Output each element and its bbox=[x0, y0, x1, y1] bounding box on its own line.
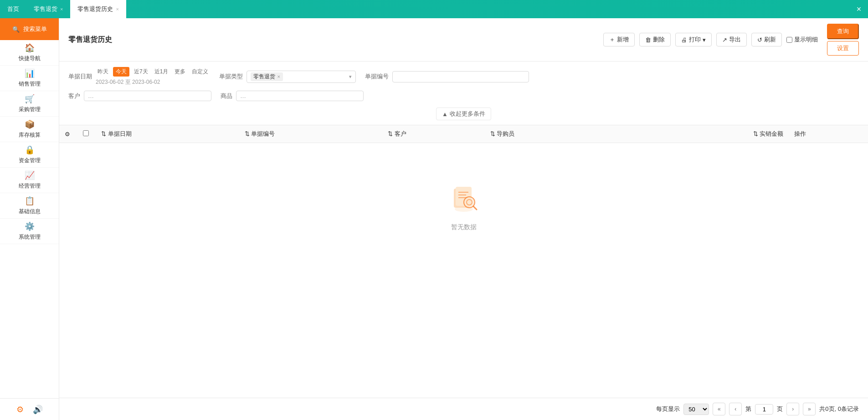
settings-bottom-icon[interactable]: ⚙ bbox=[16, 405, 24, 415]
tab-retail-return-history-close[interactable]: × bbox=[116, 6, 118, 12]
sidebar-bottom: ⚙ 🔊 bbox=[0, 398, 59, 420]
sidebar-item-operations-label: 经营管理 bbox=[19, 182, 41, 190]
data-table-container: ⚙ ⇅ 单据日期 ⇅ 单据编号 ⇅ 客户 bbox=[59, 125, 868, 398]
sidebar-search[interactable]: 🔍 搜索菜单 bbox=[0, 18, 59, 40]
sidebar-item-finance-label: 资金管理 bbox=[19, 157, 41, 164]
sidebar: 🔍 搜索菜单 🏠 快捷导航 📊 销售管理 🛒 采购管理 📦 库存核算 🔒 资金管… bbox=[0, 18, 59, 420]
date-today[interactable]: 今天 bbox=[113, 67, 129, 77]
next-page-button[interactable]: › bbox=[786, 403, 799, 415]
th-actions-label: 操作 bbox=[794, 130, 806, 137]
last-page-button[interactable]: » bbox=[803, 403, 816, 415]
collapse-filter-button[interactable]: ▲ 收起更多条件 bbox=[436, 108, 491, 120]
sidebar-item-quick-nav-label: 快捷导航 bbox=[19, 55, 41, 62]
query-button[interactable]: 查询 bbox=[827, 24, 859, 39]
first-page-button[interactable]: « bbox=[713, 403, 725, 415]
bill-no-label: 单据编号 bbox=[365, 72, 389, 81]
bill-no-input[interactable] bbox=[392, 71, 529, 82]
next-page-icon: › bbox=[792, 406, 794, 412]
search-icon: 🔍 bbox=[12, 26, 20, 33]
sidebar-item-system-label: 系统管理 bbox=[19, 233, 41, 241]
bill-type-label: 单据类型 bbox=[219, 72, 243, 81]
bill-type-tag-close[interactable]: × bbox=[277, 74, 280, 79]
page-number-input[interactable] bbox=[755, 404, 773, 415]
new-button[interactable]: ＋ 新增 bbox=[603, 33, 635, 46]
empty-state-icon bbox=[446, 179, 482, 216]
export-button-label: 导出 bbox=[729, 36, 741, 44]
bill-no-filter-item: 单据编号 bbox=[365, 71, 529, 82]
per-page-label: 每页显示 bbox=[656, 405, 680, 413]
show-detail-checkbox-wrapper[interactable]: 显示明细 bbox=[786, 36, 818, 44]
delete-button[interactable]: 🗑 删除 bbox=[639, 33, 671, 46]
sidebar-item-basic-info[interactable]: 📋 基础信息 bbox=[0, 193, 59, 219]
date-7days[interactable]: 近7天 bbox=[132, 67, 150, 77]
sidebar-item-sales-label: 销售管理 bbox=[19, 80, 41, 88]
bill-type-tag-label: 零售退货 bbox=[253, 73, 275, 81]
last-page-icon: » bbox=[808, 406, 811, 412]
th-checkbox bbox=[77, 125, 96, 143]
purchase-icon: 🛒 bbox=[25, 94, 35, 104]
sidebar-item-finance[interactable]: 🔒 资金管理 bbox=[0, 142, 59, 168]
per-page-select[interactable]: 10 20 50 100 bbox=[683, 404, 709, 415]
tab-home[interactable]: 首页 bbox=[0, 0, 26, 18]
th-bill-date[interactable]: ⇅ 单据日期 bbox=[96, 125, 239, 143]
system-icon: ⚙️ bbox=[25, 221, 35, 231]
select-all-checkbox[interactable] bbox=[83, 130, 89, 136]
date-filter-item: 单据日期 昨天 今天 近7天 近1月 更多 自定义 2023-06-02 至 2… bbox=[68, 67, 210, 86]
customer-label: 客户 bbox=[68, 92, 80, 100]
customer-filter-item: 客户 … bbox=[68, 91, 211, 101]
speaker-bottom-icon[interactable]: 🔊 bbox=[33, 405, 43, 415]
date-1month[interactable]: 近1月 bbox=[153, 67, 170, 77]
date-yesterday[interactable]: 昨天 bbox=[96, 67, 110, 77]
sales-icon: 📊 bbox=[25, 68, 35, 78]
refresh-button-label: 刷新 bbox=[764, 36, 776, 44]
plus-icon: ＋ bbox=[609, 36, 615, 44]
th-bill-no[interactable]: ⇅ 单据编号 bbox=[239, 125, 383, 143]
th-guide-label: ⇅ 导购员 bbox=[490, 130, 515, 137]
print-button[interactable]: 🖨 打印 ▾ bbox=[675, 33, 712, 46]
goods-ellipsis: … bbox=[240, 92, 246, 99]
delete-icon: 🗑 bbox=[645, 36, 651, 43]
data-table: ⚙ ⇅ 单据日期 ⇅ 单据编号 ⇅ 客户 bbox=[59, 125, 868, 268]
th-column-settings[interactable]: ⚙ bbox=[59, 125, 77, 143]
th-customer[interactable]: ⇅ 客户 bbox=[382, 125, 484, 143]
sidebar-item-quick-nav[interactable]: 🏠 快捷导航 bbox=[0, 40, 59, 66]
settings-button[interactable]: 设置 bbox=[827, 41, 859, 56]
sidebar-item-inventory[interactable]: 📦 库存核算 bbox=[0, 117, 59, 142]
page-title: 零售退货历史 bbox=[68, 35, 112, 45]
date-filter-label: 单据日期 bbox=[68, 72, 92, 81]
th-spacer bbox=[607, 125, 645, 143]
goods-label: 商品 bbox=[221, 92, 232, 100]
tab-retail-return-history[interactable]: 零售退货历史 × bbox=[70, 0, 126, 18]
inventory-icon: 📦 bbox=[25, 119, 35, 129]
print-icon: 🖨 bbox=[681, 36, 687, 43]
page-word-label: 第 bbox=[745, 405, 751, 413]
th-guide[interactable]: ⇅ 导购员 bbox=[485, 125, 608, 143]
total-info: 共0页, 0条记录 bbox=[819, 405, 859, 413]
date-more[interactable]: 更多 bbox=[173, 67, 187, 77]
collapse-filter-label: 收起更多条件 bbox=[450, 110, 485, 118]
refresh-button[interactable]: ↺ 刷新 bbox=[751, 33, 782, 46]
pagination-bar: 每页显示 10 20 50 100 « ‹ 第 页 › » 共0页, 0条记录 bbox=[59, 398, 868, 420]
table-header: ⚙ ⇅ 单据日期 ⇅ 单据编号 ⇅ 客户 bbox=[59, 125, 868, 143]
tab-retail-return-close[interactable]: × bbox=[60, 6, 63, 12]
sidebar-item-system[interactable]: ⚙️ 系统管理 bbox=[0, 219, 59, 244]
sidebar-item-inventory-label: 库存核算 bbox=[19, 131, 41, 139]
main-layout: 🔍 搜索菜单 🏠 快捷导航 📊 销售管理 🛒 采购管理 📦 库存核算 🔒 资金管… bbox=[0, 18, 868, 420]
sidebar-item-sales[interactable]: 📊 销售管理 bbox=[0, 66, 59, 91]
customer-selector[interactable]: … bbox=[84, 91, 211, 101]
sidebar-item-purchase[interactable]: 🛒 采购管理 bbox=[0, 91, 59, 117]
sidebar-item-operations[interactable]: 📈 经营管理 bbox=[0, 168, 59, 193]
basic-info-icon: 📋 bbox=[25, 196, 35, 206]
bill-type-selector[interactable]: 零售退货 × ▾ bbox=[247, 71, 356, 83]
goods-selector[interactable]: … bbox=[236, 91, 364, 101]
tab-retail-return[interactable]: 零售退货 × bbox=[26, 0, 70, 18]
show-detail-checkbox[interactable] bbox=[786, 37, 792, 43]
th-amount[interactable]: ⇅ 实销金额 bbox=[646, 125, 789, 143]
date-range-display: 2023-06-02 至 2023-06-02 bbox=[96, 78, 210, 86]
export-button[interactable]: ↗ 导出 bbox=[716, 33, 747, 46]
empty-state-text: 暂无数据 bbox=[451, 223, 477, 231]
date-custom[interactable]: 自定义 bbox=[190, 67, 210, 77]
window-close-button[interactable]: × bbox=[850, 0, 868, 18]
prev-page-button[interactable]: ‹ bbox=[729, 403, 742, 415]
th-bill-no-label: ⇅ 单据编号 bbox=[245, 130, 275, 137]
